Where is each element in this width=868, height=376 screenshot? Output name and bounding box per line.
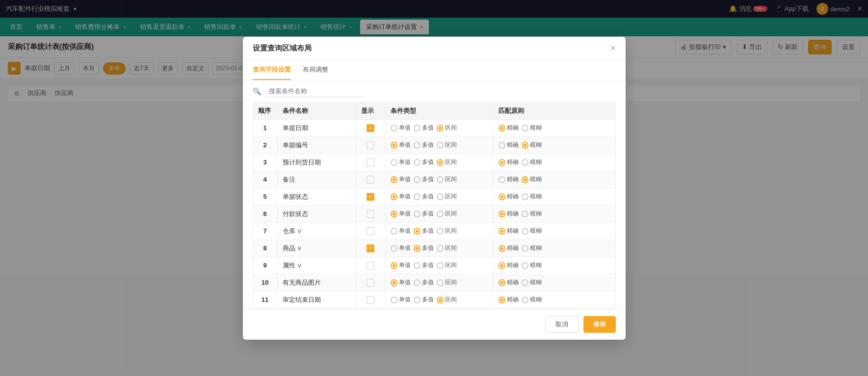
match-radio-精确[interactable]: 精确 bbox=[499, 227, 519, 235]
match-radio-精确[interactable]: 精确 bbox=[499, 210, 519, 218]
match-radio-精确[interactable]: 精确 bbox=[499, 261, 519, 269]
match-radio-模糊[interactable]: 模糊 bbox=[522, 141, 542, 149]
search-input[interactable] bbox=[265, 85, 363, 97]
type-radio-单值[interactable]: 单值 bbox=[391, 175, 411, 184]
match-radio-模糊[interactable]: 模糊 bbox=[522, 158, 542, 166]
td-display[interactable] bbox=[356, 137, 386, 153]
match-radio-精确[interactable]: 精确 bbox=[499, 141, 519, 149]
type-radio-区间[interactable]: 区间 bbox=[437, 158, 457, 166]
td-name: 预计到货日期 bbox=[278, 154, 356, 171]
type-radio-区间[interactable]: 区间 bbox=[437, 261, 457, 269]
td-display[interactable] bbox=[356, 223, 386, 239]
match-radio-模糊[interactable]: 模糊 bbox=[522, 192, 542, 201]
type-radio-单值[interactable]: 单值 bbox=[391, 244, 411, 252]
display-checkbox[interactable]: ✓ bbox=[367, 244, 374, 252]
modal-title: 设置查询区域布局 bbox=[253, 44, 312, 53]
type-radio-区间[interactable]: 区间 bbox=[437, 192, 457, 201]
type-radio-多值[interactable]: 多值 bbox=[414, 261, 434, 269]
td-name: 单据日期 bbox=[278, 120, 356, 136]
td-display[interactable]: ✓ bbox=[356, 189, 386, 205]
th-type: 条件类型 bbox=[386, 103, 494, 119]
th-name: 条件名称 bbox=[278, 103, 356, 119]
display-checkbox[interactable] bbox=[367, 176, 374, 184]
type-radio-单值[interactable]: 单值 bbox=[391, 210, 411, 218]
match-radio-模糊[interactable]: 模糊 bbox=[522, 261, 542, 269]
modal-tab-query-fields[interactable]: 查询字段设置 bbox=[253, 60, 291, 80]
modal-close-button[interactable]: × bbox=[610, 44, 616, 53]
type-radio-多值[interactable]: 多值 bbox=[414, 227, 434, 235]
table-row: 9属性 ∨单值多值区间精确模糊 bbox=[253, 257, 616, 274]
type-radio-多值[interactable]: 多值 bbox=[414, 141, 434, 149]
type-radio-多值[interactable]: 多值 bbox=[414, 244, 434, 252]
type-radio-区间[interactable]: 区间 bbox=[437, 244, 457, 252]
modal-overlay[interactable]: 设置查询区域布局 × 查询字段设置 布局调整 🔍 顺序 bbox=[0, 0, 868, 275]
match-radio-模糊[interactable]: 模糊 bbox=[522, 227, 542, 235]
radio-dot bbox=[437, 125, 444, 132]
display-checkbox[interactable]: ✓ bbox=[367, 124, 374, 132]
display-checkbox[interactable]: ✓ bbox=[367, 193, 374, 201]
type-radio-单值[interactable]: 单值 bbox=[391, 261, 411, 269]
td-name: 单据编号 bbox=[278, 137, 356, 154]
td-display[interactable] bbox=[356, 275, 386, 276]
td-type: 单值多值区间 bbox=[386, 188, 494, 205]
type-radio-多值[interactable]: 多值 bbox=[414, 158, 434, 166]
match-radio-精确[interactable]: 精确 bbox=[499, 192, 519, 201]
match-radio-精确[interactable]: 精确 bbox=[499, 244, 519, 252]
type-radio-单值[interactable]: 单值 bbox=[391, 124, 411, 132]
display-checkbox[interactable] bbox=[367, 159, 374, 166]
td-order: 3 bbox=[253, 155, 278, 170]
match-radio-精确[interactable]: 精确 bbox=[499, 175, 519, 184]
td-type: 单值多值区间 bbox=[386, 257, 494, 273]
radio-dot bbox=[522, 125, 528, 132]
td-display[interactable]: ✓ bbox=[356, 241, 386, 256]
type-radio-单值[interactable]: 单值 bbox=[391, 158, 411, 166]
modal-table-rows: 1单据日期✓单值多值区间精确模糊2单据编号单值多值区间精确模糊3预计到货日期单值… bbox=[253, 120, 616, 276]
table-row: 2单据编号单值多值区间精确模糊 bbox=[253, 137, 616, 154]
td-display[interactable] bbox=[356, 155, 386, 170]
radio-dot bbox=[391, 245, 397, 252]
type-radio-单值[interactable]: 单值 bbox=[391, 141, 411, 149]
type-radio-区间[interactable]: 区间 bbox=[437, 210, 457, 218]
td-match: 精确模糊 bbox=[494, 206, 592, 222]
type-radio-多值[interactable]: 多值 bbox=[414, 175, 434, 184]
td-match: 精确模糊 bbox=[494, 274, 592, 275]
type-radio-区间[interactable]: 区间 bbox=[437, 175, 457, 184]
type-radio-单值[interactable]: 单值 bbox=[391, 192, 411, 201]
type-radio-区间[interactable]: 区间 bbox=[437, 124, 457, 132]
td-name: 单据状态 bbox=[278, 188, 356, 205]
display-checkbox[interactable] bbox=[367, 210, 374, 218]
match-radio-模糊[interactable]: 模糊 bbox=[522, 210, 542, 218]
match-radio-模糊[interactable]: 模糊 bbox=[522, 244, 542, 252]
radio-dot bbox=[499, 159, 505, 166]
td-match: 精确模糊 bbox=[494, 137, 592, 153]
match-radio-精确[interactable]: 精确 bbox=[499, 158, 519, 166]
td-display[interactable] bbox=[356, 258, 386, 273]
td-order: 4 bbox=[253, 172, 278, 187]
type-radio-多值[interactable]: 多值 bbox=[414, 192, 434, 201]
td-display[interactable] bbox=[356, 206, 386, 222]
td-display[interactable] bbox=[356, 172, 386, 188]
match-radio-精确[interactable]: 精确 bbox=[499, 124, 519, 132]
td-match: 精确模糊 bbox=[494, 223, 592, 239]
radio-dot bbox=[522, 211, 528, 217]
modal-tab-layout[interactable]: 布局调整 bbox=[303, 60, 328, 80]
modal-tab-layout-label: 布局调整 bbox=[303, 66, 328, 73]
type-radio-区间[interactable]: 区间 bbox=[437, 141, 457, 149]
match-radio-模糊[interactable]: 模糊 bbox=[522, 124, 542, 132]
display-checkbox[interactable] bbox=[367, 262, 374, 269]
td-type: 单值多值区间 bbox=[386, 223, 494, 239]
td-display[interactable]: ✓ bbox=[356, 120, 386, 136]
type-radio-多值[interactable]: 多值 bbox=[414, 210, 434, 218]
type-radio-单值[interactable]: 单值 bbox=[391, 227, 411, 235]
radio-dot bbox=[391, 228, 397, 235]
td-order: 5 bbox=[253, 189, 278, 204]
radio-dot bbox=[499, 211, 505, 217]
modal-header: 设置查询区域布局 × bbox=[243, 37, 626, 60]
display-checkbox[interactable] bbox=[367, 141, 374, 149]
type-radio-区间[interactable]: 区间 bbox=[437, 227, 457, 235]
table-row: 8商品 ∨✓单值多值区间精确模糊 bbox=[253, 240, 616, 257]
modal-tab-query-fields-label: 查询字段设置 bbox=[253, 66, 291, 73]
type-radio-多值[interactable]: 多值 bbox=[414, 124, 434, 132]
display-checkbox[interactable] bbox=[367, 227, 374, 235]
match-radio-模糊[interactable]: 模糊 bbox=[522, 175, 542, 184]
